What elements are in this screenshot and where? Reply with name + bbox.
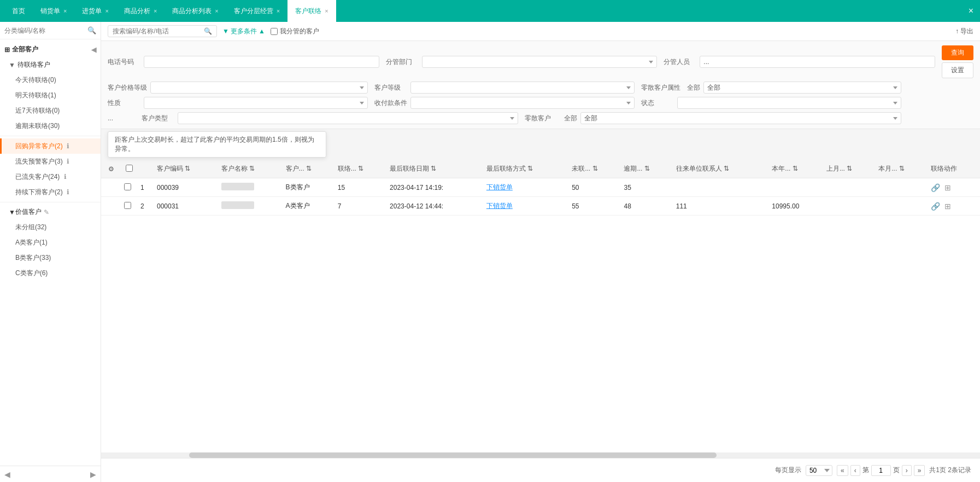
action-grid-icon[interactable]: ⊞ (944, 202, 951, 211)
tab-product-list[interactable]: 商品分析列表 × (165, 0, 226, 22)
horizontal-scrollbar[interactable] (101, 452, 980, 458)
th-last-month[interactable]: 上月... ⇅ (823, 160, 875, 178)
tab-product-analysis[interactable]: 商品分析 × (116, 0, 165, 22)
tab-customer-contact[interactable]: 客户联络 × (287, 0, 336, 22)
tab-home[interactable]: 首页 (4, 0, 33, 22)
row-checkbox[interactable] (121, 178, 137, 197)
first-page-btn[interactable]: « (837, 465, 848, 476)
nature-select[interactable] (144, 97, 368, 109)
branch-dept-select[interactable] (422, 56, 658, 68)
next-page-btn[interactable]: › (902, 465, 912, 476)
table-row: 2 000031 A类客户 7 2023-04-12 14:44: 下销货单 5… (101, 197, 980, 216)
sidebar-bottom-right[interactable]: ▶ (90, 470, 96, 479)
page-number-input[interactable] (871, 465, 891, 476)
sidebar-overdue-pending[interactable]: 逾期未联络(30) (0, 118, 101, 133)
th-overdue[interactable]: 逾期... ⇅ (620, 160, 672, 178)
phone-input[interactable] (144, 56, 379, 68)
th-customer-level[interactable]: 客户... ⇅ (283, 160, 335, 178)
payment-select[interactable] (410, 97, 635, 109)
th-customer-name[interactable]: 客户名称 ⇅ (218, 160, 283, 178)
tab-customer-layer[interactable]: 客户分层经营 × (226, 0, 287, 22)
tab-customer-layer-close[interactable]: × (277, 8, 280, 14)
sidebar-declining-customers[interactable]: 持续下滑客户(2) ℹ (0, 184, 101, 200)
sidebar-pending-section[interactable]: ▼ 待联络客户 (0, 57, 101, 72)
row-last-method[interactable]: 下销货单 (483, 178, 568, 197)
customer-type-select[interactable] (178, 112, 518, 124)
sort-icon-uncontact: ⇅ (592, 165, 598, 172)
sidebar-search-icon[interactable]: 🔍 (87, 26, 96, 34)
row-last-method[interactable]: 下销货单 (483, 197, 568, 216)
row-checkbox[interactable] (121, 197, 137, 216)
retail-customer-select[interactable]: 全部 (580, 112, 901, 124)
scrollbar-thumb[interactable] (189, 452, 717, 458)
price-level-select[interactable] (150, 82, 368, 94)
sidebar-collapse-icon[interactable]: ◀ (91, 46, 96, 54)
th-contact-count[interactable]: 联络... ⇅ (335, 160, 386, 178)
row-level: B类客户 (283, 178, 335, 197)
page-size-select[interactable]: 20 50 100 (806, 465, 832, 476)
sort-icon-level: ⇅ (306, 165, 312, 172)
prev-page-btn[interactable]: ‹ (850, 465, 860, 476)
payment-field: 收付款条件 (374, 97, 635, 109)
sidebar-c-class[interactable]: C类客户(6) (0, 265, 101, 281)
sidebar-b-class[interactable]: B类客户(33) (0, 250, 101, 265)
row-this-month (875, 197, 927, 216)
tab-sales[interactable]: 销货单 × (33, 0, 74, 22)
filter-search-box: 🔍 (108, 25, 217, 37)
last-page-btn[interactable]: » (914, 465, 925, 476)
filter-row-1: 电话号码 分管部门 分管人员 查询 设置 (108, 45, 973, 78)
branch-person-input[interactable] (700, 56, 935, 68)
tab-customer-contact-close[interactable]: × (325, 8, 328, 14)
action-grid-icon[interactable]: ⊞ (944, 183, 951, 192)
status-select[interactable] (677, 97, 901, 109)
sidebar-a-class[interactable]: A类客户(1) (0, 235, 101, 250)
filter-more-btn[interactable]: ▼ 更多条件 ▲ (222, 27, 265, 36)
th-unit-contact[interactable]: 往来单位联系人 ⇅ (673, 160, 769, 178)
customer-level-select[interactable] (410, 82, 635, 94)
filter-search-input[interactable] (113, 27, 204, 35)
tab-product-analysis-close[interactable]: × (154, 8, 157, 14)
th-uncontact[interactable]: 未联... ⇅ (568, 160, 620, 178)
tab-product-list-close[interactable]: × (215, 8, 218, 14)
th-checkbox[interactable] (121, 160, 137, 178)
th-gear[interactable]: ⚙ (101, 160, 121, 178)
export-button[interactable]: ↑ 导出 (955, 27, 973, 36)
sidebar-repurchase-abnormal[interactable]: 回购异常客户(2) ℹ (0, 138, 101, 154)
action-link-icon[interactable]: 🔗 (931, 202, 940, 211)
row-cb-0[interactable] (124, 183, 131, 190)
info-icon-declining: ℹ (67, 188, 69, 196)
divider-1 (0, 136, 101, 136)
action-link-icon[interactable]: 🔗 (931, 183, 940, 192)
sidebar-tomorrow-pending[interactable]: 明天待联络(1) (0, 88, 101, 103)
sidebar-all-customers[interactable]: ⊞ 全部客户 ◀ (0, 42, 101, 57)
th-customer-code[interactable]: 客户编码 ⇅ (154, 160, 218, 178)
th-last-contact-method[interactable]: 最后联络方式 ⇅ (483, 160, 568, 178)
tab-sales-close[interactable]: × (63, 8, 67, 14)
my-customers-checkbox[interactable] (271, 28, 278, 35)
sort-icon-overdue: ⇅ (644, 165, 650, 172)
sidebar-lost-customers[interactable]: 已流失客户(24) ℹ (0, 169, 101, 184)
tab-purchase[interactable]: 进货单 × (74, 0, 116, 22)
row-unit-contact: 111 (673, 197, 769, 216)
nav-global-close[interactable]: × (969, 6, 973, 16)
filter-search-icon[interactable]: 🔍 (204, 27, 212, 35)
sidebar-today-pending[interactable]: 今天待联络(0) (0, 72, 101, 88)
branch-person-field: 分管人员 (664, 56, 935, 68)
sidebar-ungrouped[interactable]: 未分组(32) (0, 219, 101, 235)
row-cb-1[interactable] (124, 202, 131, 209)
th-this-year[interactable]: 本年... ⇅ (768, 160, 823, 178)
sidebar-bottom-left[interactable]: ◀ (4, 470, 10, 479)
sidebar-churn-warning[interactable]: 流失预警客户(3) ℹ (0, 154, 101, 169)
tab-purchase-close[interactable]: × (105, 8, 108, 14)
retail-attr-select[interactable]: 全部 (703, 82, 901, 94)
row-name (218, 178, 283, 197)
table-container: ⚙ 客户编码 ⇅ 客户名称 ⇅ 客户... ⇅ 联络. (101, 160, 980, 452)
value-edit-icon[interactable]: ✎ (44, 208, 49, 216)
query-button[interactable]: 查询 (942, 45, 973, 60)
th-last-contact-date[interactable]: 最后联络日期 ⇅ (386, 160, 483, 178)
select-all-checkbox[interactable] (126, 165, 133, 172)
setting-button[interactable]: 设置 (942, 62, 973, 78)
th-this-month[interactable]: 本月... ⇅ (875, 160, 927, 178)
sidebar-search-input[interactable] (4, 27, 87, 34)
sidebar-7day-pending[interactable]: 近7天待联络(0) (0, 103, 101, 118)
